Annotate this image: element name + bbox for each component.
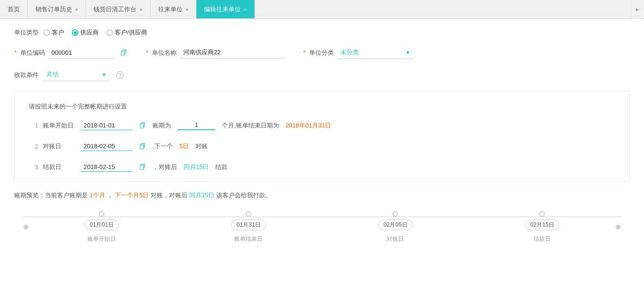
payment-terms-value: 月结 bbox=[46, 70, 100, 79]
unit-info-row: * 单位编码 🗍 * 单位名称 * 单位分类 未分类 ▼ bbox=[14, 46, 630, 59]
radio-both-circle bbox=[106, 29, 113, 36]
card-title: 请按照未来的一个完整帐期进行设置 bbox=[29, 102, 615, 111]
timeline-section: 01月01日账单开始日01月31日账单结束日02月05日对账日02月15日结款日 bbox=[14, 211, 630, 243]
tab-edit-counterpart-close[interactable]: × bbox=[244, 7, 246, 12]
unit-category-arrow-icon: ▼ bbox=[405, 50, 410, 55]
tab-counterpart-close[interactable]: × bbox=[186, 7, 188, 12]
tab-cash-workbench-label: 钱货日清工作台 bbox=[93, 5, 136, 14]
tab-sales-history-label: 销售订单历史 bbox=[35, 5, 72, 14]
row-2-date-input[interactable] bbox=[81, 142, 133, 151]
row-3-label: 结款日 bbox=[43, 163, 76, 171]
timeline-end-cap bbox=[616, 225, 620, 229]
row-1-period-end: 2018年01月31日 bbox=[286, 121, 331, 130]
tab-bar: 首页 销售订单历史 × 钱货日清工作台 × 往来单位 × 编辑往来单位 × ▸ bbox=[0, 0, 644, 19]
row-1-date-input[interactable] bbox=[81, 121, 133, 130]
unit-category-value: 未分类 bbox=[340, 48, 403, 57]
row-2-suffix-end: 对账 bbox=[195, 142, 208, 151]
row-1-label: 账单开始日 bbox=[43, 121, 76, 130]
row-1-calendar-icon[interactable]: 🗍 bbox=[139, 122, 146, 129]
timeline-start-cap bbox=[24, 225, 28, 229]
timeline-nodes: 01月01日账单开始日01月31日账单结束日02月05日对账日02月15日结款日 bbox=[28, 211, 616, 243]
preview-part2-sep: 对账，对账后 bbox=[151, 192, 187, 199]
tab-counterpart-label: 往来单位 bbox=[158, 5, 183, 14]
row-3-suffix-end: 结款 bbox=[215, 163, 228, 171]
tab-edit-counterpart[interactable]: 编辑往来单位 × bbox=[196, 0, 254, 18]
unit-category-label: 单位分类 bbox=[309, 49, 334, 57]
unit-name-label: 单位名称 bbox=[152, 49, 177, 57]
radio-both[interactable]: 客户/供应商 bbox=[106, 28, 147, 37]
unit-cat-star: * bbox=[303, 49, 305, 56]
unit-code-calendar-icon[interactable]: 🗍 bbox=[120, 49, 127, 57]
node-badge-1: 01月31日 bbox=[231, 219, 266, 230]
tab-sales-history-close[interactable]: × bbox=[75, 7, 78, 12]
node-badge-0: 01月01日 bbox=[85, 219, 119, 230]
row-2-suffix-text: ,下一个 bbox=[153, 142, 173, 151]
unit-type-row: 单位类型 客户 供应商 客户/供应商 bbox=[14, 28, 630, 37]
setting-row-2: 2 对账日 🗍 ,下一个 5日 对账 bbox=[29, 142, 615, 151]
radio-customer[interactable]: 客户 bbox=[43, 28, 64, 37]
row-2-num: 2 bbox=[29, 143, 38, 150]
row-3-calendar-icon[interactable]: 🗍 bbox=[139, 163, 146, 171]
tab-edit-counterpart-label: 编辑往来单位 bbox=[204, 5, 241, 14]
timeline-node-1: 01月31日账单结束日 bbox=[231, 211, 266, 243]
preview-part3: 同月15日 bbox=[189, 192, 214, 199]
row-1-period-unit: 个月,账单结束日期为 bbox=[222, 121, 279, 130]
node-label-1: 账单结束日 bbox=[234, 235, 263, 243]
row-3-suffix-text: ，对账后 bbox=[153, 163, 177, 171]
node-label-3: 结款日 bbox=[534, 235, 551, 243]
row-2-calendar-icon[interactable]: 🗍 bbox=[139, 143, 146, 150]
unit-type-label: 单位类型 bbox=[14, 28, 39, 37]
preview-section: 账期预览：当前客户账期是 1个月 ， 下一个月5日 对账，对账后 同月15日 该… bbox=[14, 191, 630, 200]
node-dot-0 bbox=[99, 211, 104, 217]
payment-terms-row: 收款条件 月结 ▼ ? bbox=[14, 68, 630, 81]
tab-overflow-arrow[interactable]: ▸ bbox=[631, 0, 644, 18]
row-3-num: 3 bbox=[29, 164, 38, 171]
tab-home[interactable]: 首页 bbox=[0, 0, 28, 18]
payment-terms-label: 收款条件 bbox=[14, 71, 39, 79]
timeline-node-0: 01月01日账单开始日 bbox=[85, 211, 119, 243]
radio-customer-circle bbox=[43, 29, 50, 36]
radio-supplier-circle bbox=[72, 29, 78, 36]
unit-code-input[interactable] bbox=[49, 47, 115, 59]
row-1-period-input[interactable] bbox=[178, 120, 215, 130]
unit-code-label: 单位编码 bbox=[20, 49, 45, 57]
payment-terms-help-icon[interactable]: ? bbox=[116, 71, 124, 79]
radio-customer-label: 客户 bbox=[52, 28, 64, 37]
main-content: 单位类型 客户 供应商 客户/供应商 * 单位编码 🗍 * 单位名称 bbox=[0, 19, 644, 287]
preview-part3-sep: 该客户会给我打款。 bbox=[216, 192, 271, 199]
node-dot-1 bbox=[246, 211, 251, 217]
tab-cash-workbench[interactable]: 钱货日清工作台 × bbox=[86, 0, 150, 18]
unit-type-radio-group: 客户 供应商 客户/供应商 bbox=[43, 28, 147, 37]
tab-home-label: 首页 bbox=[8, 5, 20, 14]
node-badge-2: 02月05日 bbox=[378, 219, 413, 230]
node-dot-3 bbox=[539, 211, 545, 217]
node-label-0: 账单开始日 bbox=[87, 235, 116, 243]
row-2-label: 对账日 bbox=[43, 142, 76, 151]
radio-supplier[interactable]: 供应商 bbox=[72, 28, 99, 37]
node-label-2: 对账日 bbox=[387, 235, 404, 243]
unit-name-input[interactable] bbox=[180, 47, 284, 59]
node-dot-2 bbox=[392, 211, 398, 217]
preview-part2: 下一个月5日 bbox=[115, 192, 149, 199]
row-2-suffix-highlight: 5日 bbox=[179, 142, 189, 151]
preview-label: 账期预览：当前客户账期是 bbox=[14, 192, 88, 199]
preview-part1-sep: ， bbox=[107, 192, 113, 199]
preview-part1: 1个月 bbox=[90, 192, 105, 199]
settings-card: 请按照未来的一个完整帐期进行设置 1 账单开始日 🗍 账期为 个月,账单结束日期… bbox=[14, 91, 630, 182]
timeline-node-2: 02月05日对账日 bbox=[378, 211, 413, 243]
row-3-date-input[interactable] bbox=[81, 162, 133, 172]
tab-counterpart[interactable]: 往来单位 × bbox=[151, 0, 196, 18]
row-1-num: 1 bbox=[29, 122, 38, 129]
payment-terms-dropdown[interactable]: 月结 ▼ bbox=[43, 68, 110, 81]
unit-name-star: * bbox=[146, 49, 148, 56]
tab-sales-history[interactable]: 销售订单历史 × bbox=[28, 0, 86, 18]
node-badge-3: 02月15日 bbox=[525, 219, 559, 230]
timeline-node-3: 02月15日结款日 bbox=[525, 211, 559, 243]
radio-supplier-label: 供应商 bbox=[80, 28, 99, 37]
radio-both-label: 客户/供应商 bbox=[115, 28, 147, 37]
tab-cash-workbench-close[interactable]: × bbox=[139, 7, 142, 12]
setting-row-1: 1 账单开始日 🗍 账期为 个月,账单结束日期为 2018年01月31日 bbox=[29, 120, 615, 130]
setting-row-3: 3 结款日 🗍 ，对账后 同月15日 结款 bbox=[29, 162, 615, 172]
payment-terms-arrow-icon: ▼ bbox=[102, 72, 107, 77]
unit-category-dropdown[interactable]: 未分类 ▼ bbox=[338, 46, 413, 59]
